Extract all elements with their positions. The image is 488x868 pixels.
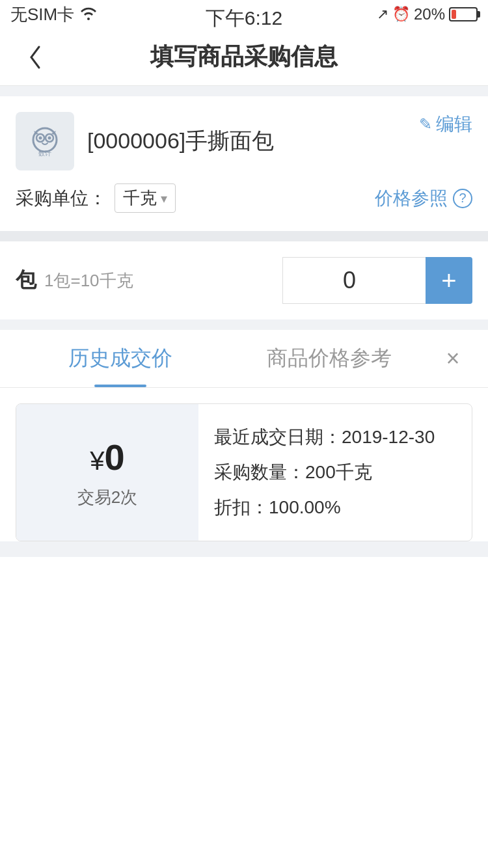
recent-date-value: 2019-12-30 — [342, 427, 435, 447]
quantity-row: 包 1包=10千克 + — [0, 241, 488, 319]
product-left: 数计 [0000006]手撕面包 — [16, 112, 274, 170]
tab-close-button[interactable]: × — [433, 339, 472, 378]
discount-label: 折扣： — [214, 497, 269, 517]
tab-product-price-ref[interactable]: 商品价格参考 — [224, 330, 433, 387]
wifi-icon — [79, 5, 98, 25]
quantity-input[interactable] — [282, 257, 426, 304]
purchase-qty-value: 200千克 — [305, 462, 372, 482]
alarm-icon: ⏰ — [392, 6, 410, 23]
help-icon: ? — [453, 189, 472, 208]
carrier-text: 无SIM卡 — [10, 3, 74, 26]
discount-line: 折扣：100.00% — [214, 495, 456, 520]
product-header: 数计 [0000006]手撕面包 ✎ 编辑 — [16, 112, 472, 170]
recent-date-label: 最近成交日期： — [214, 427, 342, 447]
tab-header: 历史成交价 商品价格参考 × — [0, 330, 488, 388]
status-bar: 无SIM卡 下午6:12 ↗ ⏰ 20% — [0, 0, 488, 29]
battery-icon — [449, 7, 478, 21]
tab-history-price[interactable]: 历史成交价 — [16, 330, 224, 387]
price-value: 0 — [105, 437, 125, 478]
purchase-qty-line: 采购数量：200千克 — [214, 460, 456, 485]
svg-point-4 — [48, 137, 51, 140]
divider-strip — [0, 231, 488, 241]
history-price: ¥0 — [90, 436, 124, 478]
page-title: 填写商品采购信息 — [150, 41, 338, 73]
status-right: ↗ ⏰ 20% — [377, 5, 478, 23]
price-ref-button[interactable]: 价格参照 ? — [375, 186, 472, 211]
price-yen-symbol: ¥ — [90, 446, 104, 475]
chevron-down-icon: ▾ — [161, 191, 167, 206]
quantity-unit: 包 — [16, 266, 36, 295]
history-card-left: ¥0 交易2次 — [16, 404, 198, 541]
product-unit-row: 采购单位： 千克 ▾ 价格参照 ? — [16, 183, 472, 213]
gps-icon: ↗ — [377, 6, 388, 23]
product-card: 数计 [0000006]手撕面包 ✎ 编辑 采购单位： 千克 ▾ 价格参照 ? — [0, 96, 488, 231]
edit-label: 编辑 — [436, 112, 472, 137]
edit-icon: ✎ — [419, 115, 432, 133]
svg-text:数计: 数计 — [38, 150, 51, 157]
product-name: [0000006]手撕面包 — [87, 126, 274, 156]
tab-price-ref-label: 商品价格参考 — [267, 344, 392, 373]
tab-section: 历史成交价 商品价格参考 × ¥0 交易2次 最近成交日期：2019-12-30… — [0, 330, 488, 541]
battery-percent: 20% — [414, 5, 445, 23]
status-time: 下午6:12 — [206, 5, 282, 32]
discount-value: 100.00% — [269, 497, 341, 517]
back-button[interactable] — [16, 38, 55, 77]
purchase-qty-label: 采购数量： — [214, 462, 305, 482]
bottom-area — [0, 557, 488, 868]
status-left: 无SIM卡 — [10, 3, 98, 26]
quantity-label: 包 1包=10千克 — [16, 266, 133, 295]
tab-history-label: 历史成交价 — [68, 344, 172, 373]
history-card: ¥0 交易2次 最近成交日期：2019-12-30 采购数量：200千克 折扣：… — [16, 403, 472, 541]
quantity-input-group: + — [282, 257, 472, 304]
unit-select-dropdown[interactable]: 千克 ▾ — [115, 183, 176, 213]
edit-button[interactable]: ✎ 编辑 — [419, 112, 472, 137]
price-ref-label: 价格参照 — [375, 186, 448, 211]
svg-point-3 — [39, 137, 42, 140]
nav-bar: 填写商品采购信息 — [0, 29, 488, 86]
product-image: 数计 — [16, 112, 74, 170]
tab-active-indicator — [94, 385, 146, 387]
history-trades: 交易2次 — [77, 486, 137, 509]
quantity-conversion: 1包=10千克 — [44, 269, 133, 292]
recent-date-line: 最近成交日期：2019-12-30 — [214, 425, 456, 450]
unit-label: 采购单位： — [16, 186, 107, 211]
history-card-right: 最近成交日期：2019-12-30 采购数量：200千克 折扣：100.00% — [198, 404, 472, 541]
quantity-plus-button[interactable]: + — [426, 257, 472, 304]
unit-value: 千克 — [123, 187, 157, 210]
unit-left: 采购单位： 千克 ▾ — [16, 183, 176, 213]
